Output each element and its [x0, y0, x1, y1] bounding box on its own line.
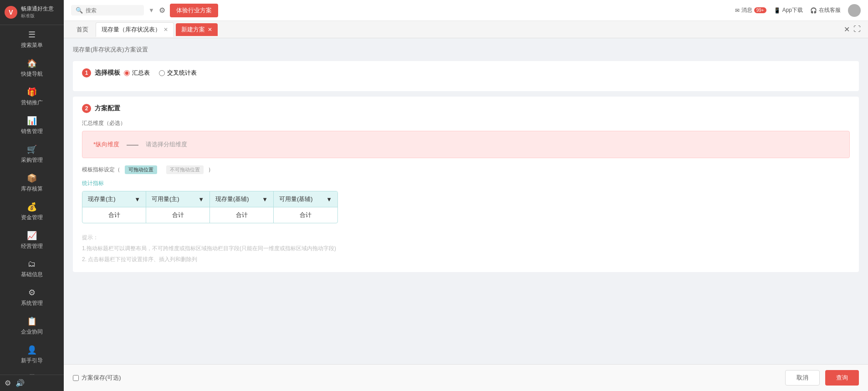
- section1-title: 选择模板: [95, 69, 120, 77]
- service-label: 在线客服: [819, 6, 841, 14]
- tab-home[interactable]: 首页: [71, 23, 94, 36]
- sidebar-item-search-menu[interactable]: ☰ 搜索菜单: [0, 25, 64, 54]
- step2-badge: 2: [82, 104, 91, 113]
- stats-body-1: 合计: [146, 207, 210, 223]
- dimension-box[interactable]: *纵向维度 —— 请选择分组维度: [82, 131, 850, 158]
- speaker-icon[interactable]: 🔊: [15, 379, 25, 387]
- save-option[interactable]: 方案保存(可选): [73, 374, 121, 382]
- radio-cross[interactable]: 交叉统计表: [159, 69, 197, 77]
- stats-body-row: 合计 合计 合计 合计: [82, 207, 337, 223]
- section1-header: 1 选择模板 汇总表 交叉统计表: [82, 68, 850, 77]
- stats-body-0: 合计: [82, 207, 146, 223]
- sidebar-item-label: 资金管理: [21, 214, 43, 221]
- tips-item-1: 1.拖动标题栏可以调整布局，不可跨维度或指标区域拖动栏目字段(只能在同一维度或指…: [82, 243, 850, 254]
- service-button[interactable]: 🎧 在线客服: [810, 6, 841, 14]
- dim-arrow: ——: [127, 141, 138, 148]
- stats-col-2[interactable]: 现存量(基辅) ▼: [210, 191, 274, 207]
- app-download-label: App下载: [782, 6, 803, 14]
- section-template: 1 选择模板 汇总表 交叉统计表: [73, 61, 859, 91]
- radio-summary[interactable]: 汇总表: [124, 69, 150, 77]
- footer-buttons: 取消 查询: [785, 370, 859, 386]
- chart-icon: 📊: [27, 116, 37, 126]
- sidebar-item-inventory[interactable]: 📦 库存核算: [0, 169, 64, 197]
- indicator-settings: 模板指标设定（ 可拖动位置 不可拖动位置 ）: [82, 165, 850, 174]
- stats-col-3[interactable]: 可用量(基辅) ▼: [274, 191, 337, 207]
- home-icon: 🏠: [27, 58, 37, 68]
- save-option-label: 方案保存(可选): [82, 374, 121, 382]
- headset-icon: 🎧: [810, 7, 817, 14]
- chevron-down-icon[interactable]: ▼: [148, 7, 154, 14]
- dim-placeholder: 请选择分组维度: [146, 140, 187, 149]
- sidebar-item-basic[interactable]: 🗂 基础信息: [0, 255, 64, 283]
- stats-col-1-label: 可用量(主): [152, 195, 179, 203]
- app-download-button[interactable]: 📱 App下载: [774, 6, 803, 14]
- app-name: 畅康通好生意: [21, 5, 54, 13]
- main-area: 🔍 ▼ ⚙ 体验行业方案 ✉ 消息 99+ 📱 App下载 🎧 在线客服: [64, 0, 868, 391]
- sidebar-item-operation[interactable]: 📈 经营管理: [0, 226, 64, 255]
- sidebar-item-sales[interactable]: 📊 销售管理: [0, 111, 64, 140]
- tab-new-scheme[interactable]: 新建方案 ✕: [176, 23, 218, 36]
- radio-cross-input[interactable]: [159, 70, 165, 76]
- logo-icon: V: [5, 6, 17, 19]
- topbar-search-box[interactable]: 🔍: [71, 5, 144, 15]
- sidebar-item-label: 企业协同: [21, 328, 43, 336]
- trial-button[interactable]: 体验行业方案: [170, 4, 218, 17]
- user-avatar[interactable]: [848, 4, 861, 17]
- tab-new-label: 新建方案: [181, 26, 205, 34]
- chevron-down-icon: ▼: [326, 196, 332, 203]
- sidebar-item-appstore[interactable]: 📱 应用中心: [0, 369, 64, 375]
- sidebar-item-label: 搜索菜单: [21, 41, 43, 49]
- tab-inventory-status[interactable]: 现存量（库存状况表） ✕: [96, 22, 174, 37]
- stats-label: 统计指标: [82, 180, 850, 187]
- sidebar-item-corp[interactable]: 📋 企业协同: [0, 312, 64, 340]
- section2-header: 2 方案配置: [82, 104, 850, 113]
- sidebar-item-label: 新手引导: [21, 357, 43, 365]
- step1-badge: 1: [82, 68, 91, 77]
- save-checkbox[interactable]: [73, 375, 79, 381]
- section-config: 2 方案配置 汇总维度（必选） *纵向维度 —— 请选择分组维度 模板指标设定（…: [73, 97, 859, 272]
- sidebar-nav: ☰ 搜索菜单 🏠 快捷导航 🎁 营销推广 📊 销售管理 🛒 采购管理 📦 库存核…: [0, 25, 64, 375]
- close-icon[interactable]: ✕: [163, 26, 168, 33]
- template-radio-group: 汇总表 交叉统计表: [124, 69, 197, 77]
- radio-summary-input[interactable]: [124, 70, 130, 76]
- stats-body-2: 合计: [210, 207, 274, 223]
- user-icon: 👤: [27, 345, 37, 355]
- tabbar-right: ✕ ⛶: [844, 25, 861, 34]
- tips-section: 提示： 1.拖动标题栏可以调整布局，不可跨维度或指标区域拖动栏目字段(只能在同一…: [82, 232, 850, 265]
- stats-col-0[interactable]: 现存量(主) ▼: [82, 191, 146, 207]
- close-icon[interactable]: ✕: [208, 26, 212, 33]
- sidebar-item-quick-nav[interactable]: 🏠 快捷导航: [0, 54, 64, 82]
- money-icon: 💰: [27, 202, 37, 212]
- close-window-icon[interactable]: ✕: [844, 25, 850, 34]
- sidebar-item-newguide[interactable]: 👤 新手引导: [0, 340, 64, 369]
- folder-icon: 🗂: [28, 259, 36, 269]
- message-badge: 99+: [754, 7, 766, 13]
- search-input[interactable]: [86, 7, 131, 14]
- section2-title: 方案配置: [95, 104, 120, 113]
- stats-col-1[interactable]: 可用量(主) ▼: [146, 191, 210, 207]
- cancel-button[interactable]: 取消: [785, 370, 820, 386]
- expand-icon[interactable]: ⛶: [853, 25, 861, 34]
- message-button[interactable]: ✉ 消息 99+: [735, 6, 766, 14]
- tab-home-label: 首页: [77, 26, 88, 34]
- query-button[interactable]: 查询: [825, 370, 859, 386]
- chevron-down-icon: ▼: [134, 196, 140, 203]
- topbar-gear-icon[interactable]: ⚙: [159, 6, 165, 15]
- search-icon: 🔍: [76, 7, 83, 14]
- stats-body-3: 合计: [274, 207, 337, 223]
- no-drag-badge: 不可拖动位置: [166, 165, 204, 174]
- clipboard-icon: 📋: [27, 316, 37, 326]
- trend-icon: 📈: [27, 231, 37, 241]
- sidebar-item-system[interactable]: ⚙ 系统管理: [0, 283, 64, 312]
- radio-summary-label: 汇总表: [132, 69, 150, 77]
- sidebar-item-finance[interactable]: 💰 资金管理: [0, 197, 64, 226]
- sidebar: V 畅康通好生意 标准版 ☰ 搜索菜单 🏠 快捷导航 🎁 营销推广 📊 销售管理…: [0, 0, 64, 391]
- app-logo: V 畅康通好生意 标准版: [0, 0, 64, 25]
- settings-icon[interactable]: ⚙: [5, 379, 11, 387]
- indicator-settings-close: ）: [208, 166, 214, 174]
- dim-required-text: *纵向维度: [93, 140, 119, 149]
- sidebar-item-marketing[interactable]: 🎁 营销推广: [0, 82, 64, 111]
- chevron-down-icon: ▼: [262, 196, 268, 203]
- sidebar-item-label: 营销推广: [21, 99, 43, 107]
- sidebar-item-purchase[interactable]: 🛒 采购管理: [0, 140, 64, 169]
